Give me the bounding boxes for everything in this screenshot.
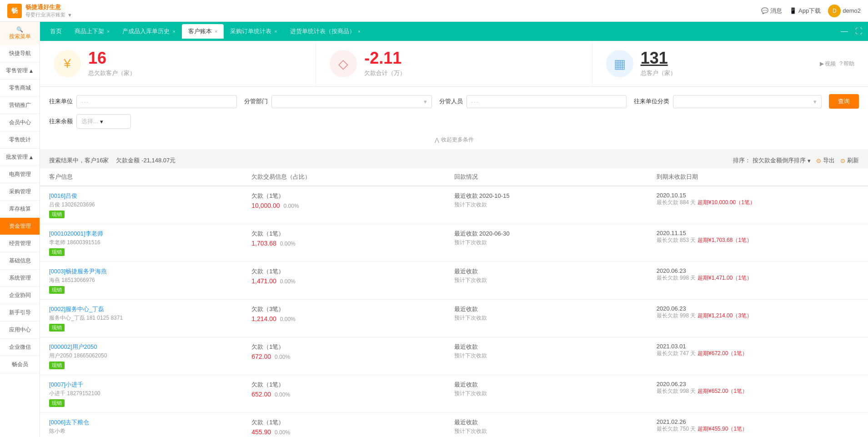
due-date-1: 2020.11.15 最长欠款 853 天 超期¥1,703.68（1笔） (657, 230, 859, 244)
sidebar-item-app-center[interactable]: 应用中心 (0, 321, 40, 339)
stat-card-debt-customers: ¥ 16 总欠款客户（家） (40, 41, 316, 86)
customer-phone-5: 小进千 18279152100 (49, 390, 251, 397)
table-header: 客户信息 欠款交易信息（占比） 回款情况 到期未收款日期 (40, 168, 868, 186)
customer-tag-5: 现销 (49, 399, 65, 407)
stat-info-2: -2.11 欠款合计（万） (364, 50, 578, 77)
tab-close-icon-5[interactable]: × (358, 29, 361, 34)
result-left: 搜索结果中，客户16家 欠款金额 -21,148.07元 (49, 156, 176, 165)
customer-name-4[interactable]: [000002]用户2050 (49, 343, 251, 351)
tab-close-icon-2[interactable]: × (172, 29, 175, 34)
customer-tag-4: 现销 (49, 362, 65, 369)
filter-person-input[interactable]: ··· (467, 95, 627, 108)
logo-title: 畅捷通好生意 (25, 3, 72, 11)
table-row: [0001020001]李老师 李老师 18600391516 现销 欠款（1笔… (40, 224, 868, 262)
sidebar-item-inventory[interactable]: 库存核算 (0, 201, 40, 218)
refresh-dot-icon: ⊙ (840, 157, 845, 164)
export-button[interactable]: ⊙ 导出 (816, 156, 835, 165)
sidebar-item-beginner[interactable]: 新手引导 (0, 304, 40, 321)
due-date-2: 2020.06.23 最长欠款 998 天 超期¥1,471.00（1笔） (657, 267, 859, 282)
help-action[interactable]: ? 帮助 (839, 60, 854, 68)
app-download-button[interactable]: 📱 App下载 (789, 7, 821, 15)
refresh-button[interactable]: ⊙ 刷新 (840, 156, 859, 165)
tab-customer-account[interactable]: 客户账本 × (182, 24, 224, 39)
sidebar-item-member[interactable]: 会员中心 (0, 114, 40, 131)
customer-info-4: [000002]用户2050 用户2050 18665062050 现销 (49, 343, 251, 369)
tab-home[interactable]: 首页 (44, 24, 68, 39)
sidebar-item-operations[interactable]: 经营管理 (0, 235, 40, 252)
logo-icon: 畅 (7, 4, 22, 18)
collapse-button[interactable]: ⋀ 收起更多条件 (49, 134, 859, 146)
filter-row-2: 往来余额 选择... ▾ (49, 114, 859, 129)
collapse-icon: ⋀ (435, 137, 439, 143)
recovery-info-5: 最近收款 预计下次收款 (454, 381, 657, 397)
message-button[interactable]: 💬 消息 (761, 7, 782, 15)
sidebar: 🔍 搜索菜单 快捷导航 零售管理 ▲ 零售商城 营销推广 会员中心 零售统计 批… (0, 22, 40, 437)
sidebar-item-basic-info[interactable]: 基础信息 (0, 252, 40, 270)
debt-info-4: 欠款（1笔） 672.000.00% (251, 343, 454, 360)
stats-row: ¥ 16 总欠款客户（家） ◇ -2.11 欠款合计（万） ▦ (40, 41, 868, 87)
recovery-info-0: 最近收款 2020-10-15 预计下次收款 (454, 192, 657, 209)
customer-name-5[interactable]: [0007]小进千 (49, 381, 251, 389)
top-bar: 畅 畅捷通好生意 母婴行业演示账套 ▼ 💬 消息 📱 App下载 D demo2 (0, 0, 868, 22)
sidebar-item-quick-nav[interactable]: 快捷导航 (0, 45, 40, 62)
result-right: 排序： 按欠款金额倒序排序 ▾ ⊙ 导出 ⊙ 刷新 (733, 156, 859, 165)
filter-department-select[interactable]: ▾ (271, 95, 432, 108)
customer-name-0[interactable]: [0016]吕俊 (49, 192, 251, 200)
stat-info-1: 16 总欠款客户（家） (88, 50, 302, 77)
tab-minimize-button[interactable]: — (839, 27, 850, 35)
sidebar-item-wholesale-mgmt[interactable]: 批发管理 ▲ (0, 149, 40, 166)
filter-balance-select[interactable]: 选择... ▾ (76, 114, 131, 129)
sidebar-item-enterprise-collab[interactable]: 企业协同 (0, 287, 40, 304)
video-icon: ▶ (820, 60, 824, 67)
select-arrow: ▾ (100, 118, 103, 125)
stat-label-debt-total: 欠款合计（万） (364, 69, 578, 77)
sidebar-item-member-vip[interactable]: 畅会员 (0, 356, 40, 373)
recovery-info-2: 最近收款 预计下次收款 (454, 267, 657, 284)
sidebar-item-marketing[interactable]: 营销推广 (0, 97, 40, 114)
help-icon: ? (839, 60, 843, 67)
sidebar-item-system[interactable]: 系统管理 (0, 270, 40, 287)
customer-phone-3: 服务中心_丁磊 181 0125 8371 (49, 314, 251, 322)
customer-phone-2: 海燕 18513066976 (49, 276, 251, 284)
customer-name-6[interactable]: [0006]去下粮仓 (49, 418, 251, 427)
customer-tag-2: 现销 (49, 286, 65, 294)
sidebar-item-enterprise-wechat[interactable]: 企业微信 (0, 339, 40, 356)
sidebar-item-retail-mgmt[interactable]: 零售管理 ▲ (0, 62, 40, 80)
table-row: [0006]去下粮仓 陈小希 现销 欠款（1笔） 455.900.00% 最近收… (40, 413, 868, 437)
customer-name-2[interactable]: [0003]畅捷服务尹海燕 (49, 267, 251, 276)
tab-close-icon-4[interactable]: × (274, 29, 277, 34)
due-date-0: 2020.10.15 最长欠款 884 天 超期¥10,000.00（1笔） (657, 192, 859, 206)
stat-info-3: 131 总客户（家） (641, 50, 813, 77)
chevron-icon-2: ▲ (29, 154, 34, 161)
sidebar-item-retail-mall[interactable]: 零售商城 (0, 80, 40, 97)
page-content: ¥ 16 总欠款客户（家） ◇ -2.11 欠款合计（万） ▦ (40, 41, 868, 437)
search-menu-item[interactable]: 🔍 搜索菜单 (0, 22, 40, 45)
filter-category-select[interactable]: ▾ (673, 95, 822, 108)
query-button[interactable]: 查询 (829, 94, 859, 109)
avatar: D (828, 5, 841, 17)
stat-number-total-customers: 131 (641, 50, 813, 66)
customer-tag-0: 现销 (49, 211, 65, 218)
tab-fullscreen-button[interactable]: ⛶ (853, 27, 864, 35)
debt-info-1: 欠款（1笔） 1,703.680.00% (251, 230, 454, 247)
tab-close-icon-3[interactable]: × (215, 29, 217, 34)
tab-purchase-stats-product[interactable]: 进货单统计表（按商品） × (284, 24, 367, 39)
sidebar-item-purchase[interactable]: 采购管理 (0, 183, 40, 201)
tab-product-listing[interactable]: 商品上下架 × (68, 24, 116, 39)
tab-product-history[interactable]: 产成品入库单历史 × (116, 24, 181, 39)
tab-purchase-order-stats[interactable]: 采购订单统计表 × (224, 24, 283, 39)
stat-label-debt-customers: 总欠款客户（家） (88, 69, 302, 77)
tab-close-icon[interactable]: × (107, 29, 110, 34)
sidebar-item-finance[interactable]: 资金管理 (0, 218, 40, 235)
data-table: 客户信息 欠款交易信息（占比） 回款情况 到期未收款日期 [0016]吕俊 吕俊… (40, 168, 868, 437)
sidebar-item-ecommerce[interactable]: 电商管理 (0, 166, 40, 183)
logo-subtitle[interactable]: 母婴行业演示账套 ▼ (25, 11, 72, 18)
sort-selector[interactable]: 排序： 按欠款金额倒序排序 ▾ (733, 156, 811, 165)
filter-company-input[interactable]: ··· (76, 95, 237, 108)
user-avatar-button[interactable]: D demo2 (828, 5, 861, 17)
video-action[interactable]: ▶ 视频 (820, 60, 836, 68)
customer-name-3[interactable]: [0002]服务中心_丁磊 (49, 305, 251, 313)
dropdown-arrow-dept: ▾ (424, 98, 427, 105)
customer-name-1[interactable]: [0001020001]李老师 (49, 230, 251, 238)
sidebar-item-retail-stats[interactable]: 零售统计 (0, 131, 40, 149)
